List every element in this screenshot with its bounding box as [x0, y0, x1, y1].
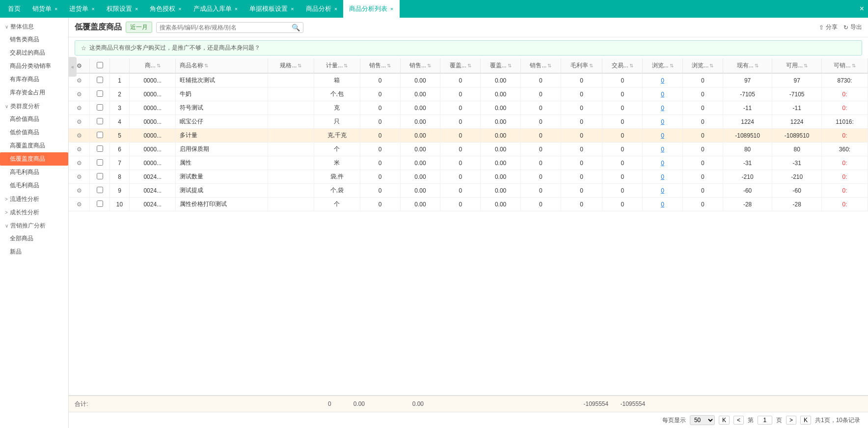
nav-tab-首页[interactable]: 首页: [2, 0, 27, 18]
page-number-input[interactable]: [758, 416, 772, 425]
row-select-checkbox[interactable]: [97, 187, 103, 193]
row-checkbox[interactable]: [90, 143, 109, 156]
sales-amount-col-header[interactable]: 销售...⇅: [400, 58, 440, 73]
next-page-button[interactable]: >: [786, 416, 796, 425]
last-page-button[interactable]: K: [800, 416, 811, 425]
tab-close-icon[interactable]: ×: [91, 6, 94, 12]
current-col-header[interactable]: 现有...⇅: [723, 58, 772, 73]
tab-close-icon[interactable]: ×: [334, 6, 337, 12]
sidebar-group-类群度分析[interactable]: ∨类群度分析: [0, 99, 68, 113]
row-settings[interactable]: ⚙: [69, 87, 90, 101]
row-settings[interactable]: ⚙: [69, 129, 90, 143]
sidebar-item-高覆盖度商品[interactable]: 高覆盖度商品: [0, 139, 68, 152]
row-settings[interactable]: ⚙: [69, 198, 90, 211]
row-settings[interactable]: ⚙: [69, 143, 90, 156]
row-settings[interactable]: ⚙: [69, 156, 90, 170]
row-select-checkbox[interactable]: [97, 173, 103, 179]
name-col-header[interactable]: 商品名称⇅: [176, 58, 268, 73]
sidebar-collapse-button[interactable]: «: [69, 57, 77, 77]
row-select-checkbox[interactable]: [97, 104, 103, 111]
tab-close-icon[interactable]: ×: [291, 6, 294, 12]
sidebar-item-高毛利商品[interactable]: 高毛利商品: [0, 166, 68, 179]
row-settings-icon[interactable]: ⚙: [77, 118, 82, 125]
tab-close-icon[interactable]: ×: [54, 6, 57, 12]
browse1-col-header[interactable]: 浏览...⇅: [643, 58, 683, 73]
spec-col-header[interactable]: 规格...⇅: [268, 58, 314, 73]
tab-close-icon[interactable]: ×: [235, 6, 238, 12]
nav-tab-商品分析[interactable]: 商品分析×: [300, 0, 343, 18]
sales-x-col-header[interactable]: 销售...⇅: [521, 58, 561, 73]
row-select-checkbox[interactable]: [97, 145, 103, 152]
browse1-link[interactable]: 0: [661, 146, 664, 153]
cov1-col-header[interactable]: 覆盖...⇅: [440, 58, 481, 73]
share-button[interactable]: ⇧ 分享: [819, 23, 838, 31]
browse1-link[interactable]: 0: [661, 105, 664, 112]
first-page-button[interactable]: K: [719, 416, 730, 425]
sidebar-group-成长性分析[interactable]: >成长性分析: [0, 205, 68, 219]
search-input[interactable]: [160, 24, 292, 31]
sidebar-item-交易过的商品[interactable]: 交易过的商品: [0, 46, 68, 59]
sidebar-item-低毛利商品[interactable]: 低毛利商品: [0, 179, 68, 192]
sidebar-group-整体信息[interactable]: ∨整体信息: [0, 20, 68, 33]
browse1-link[interactable]: 0: [661, 118, 664, 125]
nav-tab-销货单[interactable]: 销货单×: [27, 0, 63, 18]
sidebar-item-高价值商品[interactable]: 高价值商品: [0, 113, 68, 126]
code-col-header[interactable]: 商...⇅: [130, 58, 176, 73]
tab-close-icon[interactable]: ×: [178, 6, 181, 12]
row-checkbox[interactable]: [90, 129, 109, 143]
row-settings[interactable]: ⚙: [69, 184, 90, 198]
sidebar-item-全部商品[interactable]: 全部商品: [0, 232, 68, 245]
row-checkbox[interactable]: [90, 101, 109, 115]
browse1-link[interactable]: 0: [661, 77, 664, 84]
available-col-header[interactable]: 可用...⇅: [772, 58, 822, 73]
tab-close-icon[interactable]: ×: [390, 6, 393, 12]
row-select-checkbox[interactable]: [97, 118, 103, 124]
browse1-link[interactable]: 0: [661, 91, 664, 98]
select-all-checkbox[interactable]: [97, 62, 103, 68]
nav-tab-进货单[interactable]: 进货单×: [63, 0, 100, 18]
page-size-select[interactable]: 2050100: [690, 415, 715, 425]
row-settings-icon[interactable]: ⚙: [77, 173, 82, 180]
row-select-checkbox[interactable]: [97, 159, 103, 166]
row-checkbox[interactable]: [90, 156, 109, 170]
sales-count-col-header[interactable]: 销售...⇅: [360, 58, 400, 73]
filter-button[interactable]: 近一月: [126, 22, 152, 33]
row-settings-icon[interactable]: ⚙: [77, 146, 82, 153]
tab-close-icon[interactable]: ×: [135, 6, 138, 12]
sidebar-group-流通性分析[interactable]: >流通性分析: [0, 192, 68, 205]
sidebar-item-低价值商品[interactable]: 低价值商品: [0, 126, 68, 139]
row-settings-icon[interactable]: ⚙: [77, 201, 82, 208]
row-settings[interactable]: ⚙: [69, 170, 90, 184]
sidebar-item-库存资金占用[interactable]: 库存资金占用: [0, 86, 68, 99]
nav-tab-商品分析列表[interactable]: 商品分析列表×: [343, 0, 399, 18]
trans-col-header[interactable]: 交易...⇅: [602, 58, 643, 73]
browse1-link[interactable]: 0: [661, 160, 664, 167]
sidebar-group-营销推广分析[interactable]: ∨营销推广分析: [0, 219, 68, 232]
browse1-link[interactable]: 0: [661, 132, 664, 139]
sidebar-item-有库存商品[interactable]: 有库存商品: [0, 73, 68, 86]
browse1-link[interactable]: 0: [661, 173, 664, 180]
nav-tab-产成品入库单[interactable]: 产成品入库单×: [188, 0, 244, 18]
prev-page-button[interactable]: <: [733, 416, 744, 425]
gross-rate-col-header[interactable]: 毛利率⇅: [561, 58, 602, 73]
row-select-checkbox[interactable]: [97, 77, 103, 83]
row-select-checkbox[interactable]: [97, 200, 103, 207]
row-checkbox[interactable]: [90, 87, 109, 101]
browse1-link[interactable]: 0: [661, 187, 664, 194]
sellable-col-header[interactable]: 可销...⇅: [821, 58, 868, 73]
nav-tab-单据模板设置[interactable]: 单据模板设置×: [244, 0, 299, 18]
row-checkbox[interactable]: [90, 198, 109, 211]
row-settings-icon[interactable]: ⚙: [77, 132, 82, 139]
row-checkbox[interactable]: [90, 115, 109, 129]
sidebar-item-商品分类动销率[interactable]: 商品分类动销率: [0, 59, 68, 73]
row-checkbox[interactable]: [90, 73, 109, 87]
nav-tab-角色授权[interactable]: 角色授权×: [144, 0, 187, 18]
row-settings-icon[interactable]: ⚙: [77, 187, 82, 194]
row-settings[interactable]: ⚙: [69, 115, 90, 129]
unit-col-header[interactable]: 计量...⇅: [314, 58, 360, 73]
row-checkbox[interactable]: [90, 184, 109, 198]
row-settings-icon[interactable]: ⚙: [77, 160, 82, 167]
export-button[interactable]: ↻ 导出: [843, 23, 862, 31]
row-settings[interactable]: ⚙: [69, 101, 90, 115]
row-settings-icon[interactable]: ⚙: [77, 105, 82, 112]
